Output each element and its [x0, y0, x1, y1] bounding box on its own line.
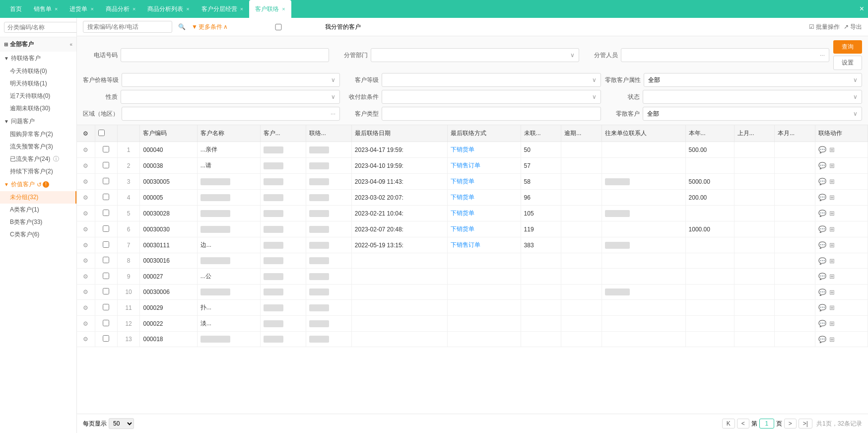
checkbox-col-header[interactable]	[95, 125, 117, 142]
payment-select[interactable]: ∨	[382, 90, 601, 104]
sidebar-item-tier-c[interactable]: C类客户(6)	[0, 228, 76, 241]
customer-type-select[interactable]	[382, 107, 601, 121]
action-col-header[interactable]: 联络动作	[815, 125, 868, 142]
settings-cell[interactable]: ⚙	[77, 142, 95, 158]
tab-customer-contact[interactable]: 客户联络 ×	[249, 0, 291, 18]
chat-action-icon[interactable]: 💬	[818, 273, 826, 280]
grid-action-icon[interactable]: ⊞	[829, 320, 835, 327]
settings-cell[interactable]: ⚙	[77, 300, 95, 316]
chat-action-icon[interactable]: 💬	[818, 194, 826, 201]
reset-button[interactable]: 设置	[833, 56, 862, 70]
checkbox-cell[interactable]	[95, 174, 117, 190]
sidebar-item-today-pending[interactable]: 今天待联络(0)	[0, 65, 76, 77]
settings-cell[interactable]: ⚙	[77, 174, 95, 190]
no-contact-col-header[interactable]: 未联...	[521, 125, 561, 142]
contact-method-link[interactable]: 下销货单	[451, 225, 474, 232]
contact-method-link[interactable]: 下销售订单	[451, 241, 480, 248]
chat-action-icon[interactable]: 💬	[818, 289, 826, 296]
sidebar-item-tier-b[interactable]: B类客户(33)	[0, 216, 76, 228]
this-month-col-header[interactable]: 本月...	[775, 125, 815, 142]
sidebar-search-input[interactable]	[4, 22, 77, 33]
last-contact-date-col-header[interactable]: 最后联络日期	[351, 125, 447, 142]
grid-action-icon[interactable]: ⊞	[829, 289, 835, 296]
tier-group[interactable]: ▼ 价值客户 ↺ !	[0, 178, 76, 191]
retail-attr-select[interactable]: 全部 ∨	[644, 73, 862, 87]
checkbox-cell[interactable]	[95, 285, 117, 300]
chat-action-icon[interactable]: 💬	[818, 210, 826, 217]
close-purchase-icon[interactable]: ×	[90, 6, 93, 12]
grid-action-icon[interactable]: ⊞	[829, 194, 835, 201]
chat-action-icon[interactable]: 💬	[818, 320, 826, 327]
grid-action-icon[interactable]: ⊞	[829, 178, 835, 185]
close-product-analysis-icon[interactable]: ×	[133, 6, 135, 12]
grid-action-icon[interactable]: ⊞	[829, 257, 835, 265]
contact-method-link[interactable]: 下销售订单	[451, 162, 480, 169]
tab-product-analysis[interactable]: 商品分析 ×	[100, 0, 141, 18]
grid-action-icon[interactable]: ⊞	[829, 162, 835, 169]
row-checkbox[interactable]	[103, 257, 109, 263]
close-customer-tier-icon[interactable]: ×	[240, 6, 243, 12]
collapse-sidebar-icon[interactable]: «	[69, 42, 72, 47]
settings-col-header[interactable]: ⚙	[77, 125, 95, 142]
sidebar-item-7days-pending[interactable]: 近7天待联络(0)	[0, 90, 76, 102]
current-page-input[interactable]: 1	[759, 419, 774, 429]
more-filters-button[interactable]: ▼ 更多条件 ∧	[192, 23, 228, 31]
contact-col-header[interactable]: 联络...	[306, 125, 351, 142]
row-checkbox[interactable]	[103, 273, 109, 279]
last-page-button[interactable]: >|	[799, 419, 812, 429]
close-window-button[interactable]: ×	[860, 4, 864, 13]
tab-customer-tier[interactable]: 客户分层经营 ×	[196, 0, 249, 18]
checkbox-cell[interactable]	[95, 190, 117, 206]
grid-action-icon[interactable]: ⊞	[829, 304, 835, 311]
checkbox-cell[interactable]	[95, 221, 117, 237]
row-checkbox[interactable]	[103, 178, 109, 184]
close-product-analysis-list-icon[interactable]: ×	[186, 6, 189, 12]
tab-purchase[interactable]: 进货单 ×	[64, 0, 99, 18]
sidebar-item-tomorrow-pending[interactable]: 明天待联络(1)	[0, 77, 76, 90]
chat-action-icon[interactable]: 💬	[818, 257, 826, 265]
first-page-button[interactable]: K	[722, 419, 735, 429]
row-checkbox[interactable]	[103, 194, 109, 200]
my-customers-checkbox-label[interactable]: 我分管的客户	[234, 23, 361, 31]
contact-method-link[interactable]: 下销货单	[451, 146, 474, 153]
this-year-col-header[interactable]: 本年...	[685, 125, 734, 142]
tier-refresh-icon[interactable]: ↺	[37, 181, 42, 188]
settings-cell[interactable]: ⚙	[77, 316, 95, 332]
search-input[interactable]	[83, 21, 172, 33]
settings-cell[interactable]: ⚙	[77, 206, 95, 221]
row-checkbox[interactable]	[103, 304, 109, 310]
row-checkbox[interactable]	[103, 146, 109, 152]
sidebar-item-churn-warning[interactable]: 流失预警客户(3)	[0, 141, 76, 153]
sidebar-item-tier-a[interactable]: A类客户(1)	[0, 204, 76, 216]
chat-action-icon[interactable]: 💬	[818, 336, 826, 343]
tab-sales[interactable]: 销售单 ×	[28, 0, 64, 18]
nature-select[interactable]: ∨	[121, 90, 340, 104]
batch-op-button[interactable]: ☑ 批量操作	[809, 23, 840, 31]
row-checkbox[interactable]	[103, 288, 109, 294]
settings-cell[interactable]: ⚙	[77, 158, 95, 174]
filter-search-icon[interactable]: 🔍	[178, 23, 186, 30]
grid-action-icon[interactable]: ⊞	[829, 225, 835, 233]
checkbox-cell[interactable]	[95, 332, 117, 347]
export-button[interactable]: ↗ 导出	[844, 23, 862, 31]
company-contact-col-header[interactable]: 往来单位联系人	[601, 125, 685, 142]
settings-cell[interactable]: ⚙	[77, 285, 95, 300]
settings-cell[interactable]: ⚙	[77, 190, 95, 206]
row-checkbox[interactable]	[103, 335, 109, 342]
select-all-checkbox[interactable]	[98, 130, 105, 136]
last-month-col-header[interactable]: 上月...	[734, 125, 775, 142]
close-customer-contact-icon[interactable]: ×	[282, 6, 285, 12]
sidebar-item-churned[interactable]: 已流失客户(24) ⓘ	[0, 153, 76, 165]
person-select[interactable]: ···	[621, 48, 829, 62]
phone-input[interactable]	[121, 48, 329, 62]
settings-cell[interactable]: ⚙	[77, 221, 95, 237]
settings-cell[interactable]: ⚙	[77, 253, 95, 269]
grid-action-icon[interactable]: ⊞	[829, 241, 835, 249]
all-customers-header[interactable]: ⊞ 全部客户 «	[0, 37, 76, 52]
grid-action-icon[interactable]: ⊞	[829, 210, 835, 217]
checkbox-cell[interactable]	[95, 253, 117, 269]
chat-action-icon[interactable]: 💬	[818, 146, 826, 153]
per-page-select[interactable]: 50 20 100	[109, 418, 134, 429]
grid-action-icon[interactable]: ⊞	[829, 273, 835, 280]
status-select[interactable]: ∨	[643, 90, 862, 104]
